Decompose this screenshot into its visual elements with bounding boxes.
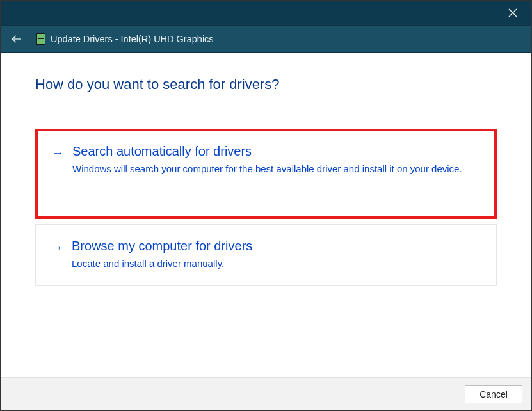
- cancel-button[interactable]: Cancel: [465, 385, 522, 403]
- device-icon: [36, 33, 45, 45]
- dialog-title-container: Update Drivers - Intel(R) UHD Graphics: [36, 33, 214, 45]
- close-icon: [508, 8, 517, 17]
- option-text: Search automatically for drivers Windows…: [72, 144, 478, 175]
- option-description: Windows will search your computer for th…: [72, 163, 478, 175]
- option-title: Browse my computer for drivers: [72, 239, 478, 254]
- footer: Cancel: [1, 377, 531, 410]
- arrow-right-icon: →: [51, 239, 63, 270]
- update-drivers-dialog: Update Drivers - Intel(R) UHD Graphics H…: [0, 0, 532, 411]
- back-arrow-icon: [10, 35, 22, 44]
- navigation-bar: Update Drivers - Intel(R) UHD Graphics: [1, 25, 531, 53]
- page-heading: How do you want to search for drivers?: [35, 76, 497, 93]
- close-button[interactable]: [501, 1, 525, 25]
- titlebar: [1, 1, 531, 25]
- option-search-automatically[interactable]: → Search automatically for drivers Windo…: [35, 129, 497, 219]
- option-text: Browse my computer for drivers Locate an…: [72, 239, 478, 270]
- arrow-right-icon: →: [52, 144, 63, 175]
- dialog-title: Update Drivers - Intel(R) UHD Graphics: [51, 34, 214, 44]
- option-browse-computer[interactable]: → Browse my computer for drivers Locate …: [35, 224, 497, 285]
- back-button[interactable]: [8, 31, 24, 47]
- content-area: How do you want to search for drivers? →…: [1, 53, 531, 377]
- option-title: Search automatically for drivers: [72, 144, 478, 159]
- option-description: Locate and install a driver manually.: [72, 257, 478, 270]
